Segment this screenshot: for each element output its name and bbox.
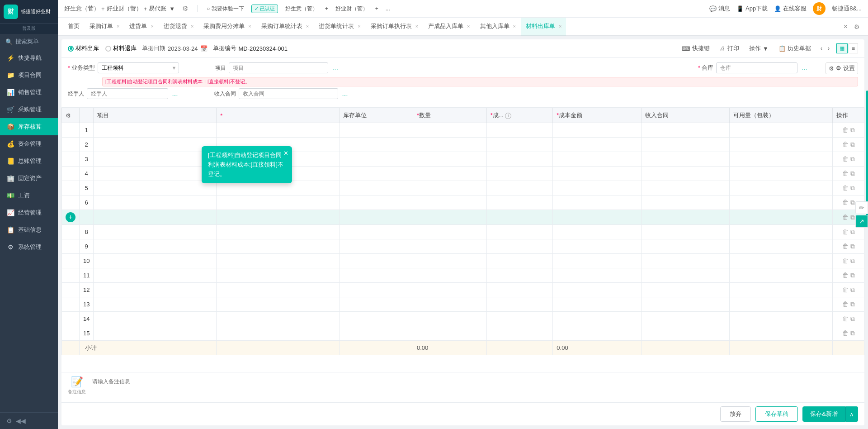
income-contract-dots-icon[interactable]: … [342, 90, 348, 97]
tab-material-out-close[interactable]: × [559, 24, 561, 29]
more-nav-btn[interactable]: ▼ [169, 5, 175, 12]
delete-row-btn[interactable]: 🗑 [841, 183, 849, 192]
nav-haoyecai[interactable]: 好业财（菅） [107, 5, 142, 13]
delete-row-btn[interactable]: 🗑 [841, 169, 849, 178]
handler-dots-icon[interactable]: … [172, 90, 178, 97]
row7-material-input[interactable] [220, 214, 335, 221]
tab-close[interactable]: × [415, 24, 418, 29]
copy-row-btn[interactable]: ⧉ [849, 314, 856, 324]
tab-close[interactable]: × [306, 24, 309, 29]
copy-row-btn[interactable]: ⧉ [849, 271, 856, 280]
nav-yidaizhang[interactable]: 易代账 [149, 5, 166, 13]
tab-purchase-return[interactable]: 进货退货× [159, 18, 198, 36]
tab-purchase-in[interactable]: 进货单× [125, 18, 158, 36]
delete-row-btn[interactable]: 🗑 [841, 300, 849, 309]
delete-row-btn[interactable]: 🗑 [841, 329, 849, 338]
sidebar-item-sales[interactable]: 📊 销售管理 [0, 84, 58, 101]
tab-close[interactable]: × [513, 24, 516, 29]
save-new-arrow-btn[interactable]: ∧ [845, 406, 858, 422]
copy-row-btn[interactable]: ⧉ [849, 242, 856, 251]
trial-btn[interactable]: ○ 我要体验一下 [207, 5, 244, 13]
nav-haoshengyi[interactable]: 好生意（菅） [64, 5, 99, 13]
copy-row-btn[interactable]: ⧉ [849, 213, 856, 222]
prev-btn[interactable]: ‹ [818, 44, 825, 53]
tab-purchase-stat[interactable]: 采购订单统计表× [257, 18, 313, 36]
collapse-icon[interactable]: ◀◀ [16, 417, 26, 424]
copy-row-btn[interactable]: ⧉ [849, 169, 856, 178]
tooltip-close-btn[interactable]: ✕ [283, 149, 288, 158]
tab-in-stat[interactable]: 进货单统计表× [314, 18, 365, 36]
app-download-btn[interactable]: 📱 App下载 [736, 5, 768, 13]
copy-row-btn[interactable]: ⧉ [849, 300, 856, 309]
income-contract-input[interactable] [239, 88, 338, 99]
sidebar-item-quick-nav[interactable]: ⚡ 快捷导航 [0, 49, 58, 67]
delete-row-btn[interactable]: 🗑 [841, 227, 849, 236]
delete-row-btn[interactable]: 🗑 [841, 271, 849, 280]
close-all-tabs[interactable]: × [841, 23, 850, 31]
row7-project-input[interactable] [97, 214, 212, 221]
radio-material-out[interactable]: 材料出库 [68, 44, 99, 52]
delete-row-btn[interactable]: 🗑 [841, 256, 849, 265]
sidebar-item-operations[interactable]: 📈 经营管理 [0, 204, 58, 221]
history-btn[interactable]: 📋 历史单据 [776, 43, 814, 54]
sidebar-item-inventory[interactable]: 📦 库存核算 [0, 118, 58, 135]
tab-close[interactable]: × [191, 24, 193, 29]
next-btn[interactable]: › [826, 44, 832, 53]
sidebar-item-payroll[interactable]: 💵 工资 [0, 187, 58, 204]
notes-textarea[interactable] [90, 376, 858, 399]
tab-close[interactable]: × [467, 24, 470, 29]
shortcut-key-btn[interactable]: ⌨ 快捷键 [679, 43, 712, 54]
settings-nav-icon[interactable]: ⚙ [182, 5, 188, 13]
delete-row-btn[interactable]: 🗑 [841, 154, 849, 163]
tab-home[interactable]: 首页 [63, 18, 84, 36]
user-name[interactable]: 畅捷通8&... [832, 5, 862, 13]
sidebar-item-assets[interactable]: 🏢 固定资产 [0, 170, 58, 187]
delete-row-btn[interactable]: 🗑 [841, 140, 849, 149]
delete-row-btn[interactable]: 🗑 [841, 242, 849, 251]
project-input[interactable] [229, 62, 328, 73]
cost-info-icon[interactable]: i [505, 113, 511, 119]
sidebar-item-finance[interactable]: 💰 资金管理 [0, 135, 58, 153]
copy-row-btn[interactable]: ⧉ [849, 125, 856, 135]
tab-material-out[interactable]: 材料出库单 × [521, 18, 566, 36]
delete-row-btn[interactable]: 🗑 [841, 125, 849, 134]
sidebar-item-project[interactable]: 📁 项目合同 [0, 67, 58, 84]
delete-row-btn[interactable]: 🗑 [841, 314, 849, 323]
settings-bottom-icon[interactable]: ⚙ [6, 417, 12, 424]
view-list-btn[interactable]: ≡ [849, 43, 858, 53]
tab-close[interactable]: × [248, 24, 251, 29]
online-service-btn[interactable]: 👤 在线客服 [774, 5, 807, 13]
delete-row-btn[interactable]: 🗑 [841, 213, 849, 222]
sidebar-item-system[interactable]: ⚙ 系统管理 [0, 238, 58, 256]
message-btn[interactable]: 💬 消息 [709, 5, 730, 13]
table-area[interactable]: ⚙ 项目 * 库存单位 *数量 *成... i *成本金额 收入合同 [61, 108, 864, 372]
print-btn[interactable]: 🖨 打印 [717, 43, 742, 54]
warehouse-input[interactable] [716, 62, 797, 73]
tab-purchase-exec[interactable]: 采购订单执行表× [366, 18, 423, 36]
save-new-btn[interactable]: 保存&新增 [802, 406, 845, 422]
delete-row-btn[interactable]: 🗑 [841, 198, 849, 207]
nav-haoyecai2[interactable]: 好业财（菅） [335, 5, 368, 13]
right-float-expand-btn[interactable]: ↗ [855, 215, 868, 228]
tab-other-in[interactable]: 其他入库单× [476, 18, 520, 36]
tab-settings-icon[interactable]: ⚙ [851, 23, 863, 30]
nav-haoshengyi2[interactable]: 好生意（菅） [285, 5, 318, 13]
tab-purchase-expense[interactable]: 采购费用分摊单× [199, 18, 255, 36]
save-draft-btn[interactable]: 保存草稿 [755, 406, 798, 422]
copy-row-btn[interactable]: ⧉ [849, 154, 856, 164]
radio-material-return[interactable]: 材料退库 [105, 44, 137, 52]
copy-row-btn[interactable]: ⧉ [849, 256, 856, 266]
sidebar-item-ledger[interactable]: 📒 总账管理 [0, 153, 58, 170]
copy-row-btn[interactable]: ⧉ [849, 140, 856, 149]
view-table-btn[interactable]: ▦ [836, 43, 848, 53]
add-row-btn[interactable]: + [66, 212, 75, 222]
tab-close[interactable]: × [117, 24, 119, 29]
user-avatar[interactable]: 财 [813, 2, 826, 15]
sidebar-search[interactable]: 🔍 搜索菜单 [0, 34, 58, 49]
discard-btn[interactable]: 放弃 [720, 406, 751, 422]
nav-more[interactable]: ... [386, 5, 390, 12]
copy-row-btn[interactable]: ⧉ [849, 285, 856, 295]
business-type-input[interactable] [98, 62, 179, 73]
tab-product-in[interactable]: 产成品入库单× [424, 18, 474, 36]
date-value[interactable]: 2023-03-24 [168, 45, 198, 52]
